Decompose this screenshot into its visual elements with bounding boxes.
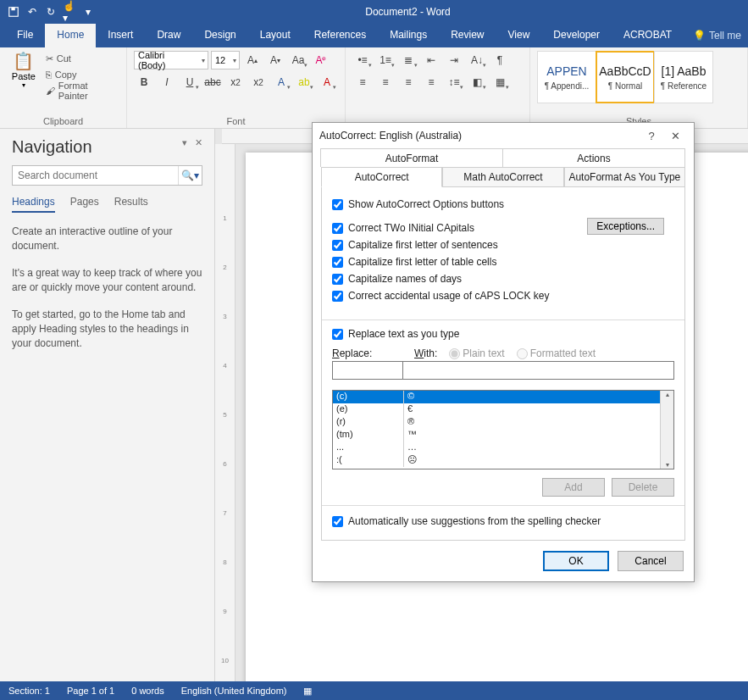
radio-plain-text: Plain text xyxy=(449,347,504,359)
tab-actions[interactable]: Actions xyxy=(502,148,685,167)
search-input[interactable] xyxy=(13,169,178,181)
chk-capslock[interactable]: Correct accidental usage of cAPS LOCK ke… xyxy=(332,287,674,304)
grow-font-icon[interactable]: A▴ xyxy=(242,51,263,69)
save-icon[interactable] xyxy=(7,5,20,19)
chk-days[interactable]: Capitalize names of days xyxy=(332,270,674,287)
nav-tab-pages[interactable]: Pages xyxy=(70,196,99,213)
tab-draw[interactable]: Draw xyxy=(145,24,192,47)
tab-references[interactable]: References xyxy=(302,24,378,47)
shrink-font-icon[interactable]: A▾ xyxy=(265,51,285,69)
numbering-icon[interactable]: 1≡ xyxy=(375,51,396,69)
navpane-dropdown-icon[interactable]: ▾ xyxy=(182,137,187,147)
borders-icon[interactable]: ▦ xyxy=(490,73,510,92)
search-icon[interactable]: 🔍▾ xyxy=(178,166,202,185)
clear-formatting-icon[interactable]: Aᵉ xyxy=(311,51,331,69)
justify-icon[interactable]: ≡ xyxy=(421,73,441,92)
tab-home[interactable]: Home xyxy=(45,24,96,47)
tab-autoformat-as-you-type[interactable]: AutoFormat As You Type xyxy=(564,167,685,187)
decrease-indent-icon[interactable]: ⇤ xyxy=(421,51,441,69)
align-center-icon[interactable]: ≡ xyxy=(375,73,396,92)
underline-icon[interactable]: U xyxy=(180,73,200,92)
align-left-icon[interactable]: ≡ xyxy=(352,73,373,92)
scroll-down-icon[interactable]: ▾ xyxy=(666,461,669,469)
paste-button[interactable]: 📋 Paste ▾ xyxy=(7,51,41,98)
superscript-icon[interactable]: x2 xyxy=(248,73,269,92)
touch-mode-icon[interactable]: ☝▾ xyxy=(63,5,76,19)
scroll-up-icon[interactable]: ▴ xyxy=(666,391,669,398)
line-spacing-icon[interactable]: ↕≡ xyxy=(444,73,464,92)
list-item[interactable]: (e)€ xyxy=(333,403,673,416)
navpane-close-icon[interactable]: ✕ xyxy=(195,137,202,147)
with-label: With: xyxy=(414,347,437,359)
show-marks-icon[interactable]: ¶ xyxy=(490,51,510,69)
undo-icon[interactable]: ↶ xyxy=(25,5,39,19)
style-appendix[interactable]: APPEN ¶ Appendi... xyxy=(537,51,596,103)
font-color-icon[interactable]: A xyxy=(317,73,337,92)
chk-auto-suggest[interactable]: Automatically use suggestions from the s… xyxy=(332,513,674,530)
list-item[interactable]: (r)® xyxy=(333,416,673,429)
align-right-icon[interactable]: ≡ xyxy=(398,73,418,92)
list-scrollbar[interactable]: ▴▾ xyxy=(660,391,673,469)
tab-review[interactable]: Review xyxy=(439,24,496,47)
qat-customize-icon[interactable]: ▾ xyxy=(81,5,95,19)
list-item[interactable]: :(☹ xyxy=(333,454,673,467)
tab-autocorrect[interactable]: AutoCorrect xyxy=(321,167,442,187)
tab-acrobat[interactable]: ACROBAT xyxy=(612,24,684,47)
nav-tab-results[interactable]: Results xyxy=(114,196,148,213)
list-item[interactable]: (tm)™ xyxy=(333,429,673,442)
nav-title: Navigation xyxy=(12,137,202,157)
redo-icon[interactable]: ↻ xyxy=(44,5,58,19)
shading-icon[interactable]: ◧ xyxy=(467,73,487,92)
macro-record-icon[interactable]: ▦ xyxy=(303,686,312,697)
tab-insert[interactable]: Insert xyxy=(96,24,145,47)
chk-first-sentence[interactable]: Capitalize first letter of sentences xyxy=(332,236,674,253)
bold-icon[interactable]: B xyxy=(134,73,154,92)
text-effects-icon[interactable]: A xyxy=(271,73,291,92)
dialog-close-icon[interactable]: ✕ xyxy=(663,130,687,142)
font-name-combo[interactable]: Calibri (Body) xyxy=(134,51,208,69)
status-page[interactable]: Page 1 of 1 xyxy=(67,686,114,696)
font-size-combo[interactable]: 12 xyxy=(211,51,240,69)
strikethrough-icon[interactable]: abc xyxy=(202,73,223,92)
status-words[interactable]: 0 words xyxy=(131,686,164,696)
replace-input[interactable] xyxy=(332,361,402,380)
dialog-help-icon[interactable]: ? xyxy=(640,130,663,142)
status-section[interactable]: Section: 1 xyxy=(8,686,50,696)
nav-search[interactable]: 🔍▾ xyxy=(12,165,202,186)
list-item[interactable]: ...… xyxy=(333,442,673,454)
tab-developer[interactable]: Developer xyxy=(541,24,612,47)
tab-autoformat[interactable]: AutoFormat xyxy=(320,148,503,167)
sort-icon[interactable]: A↓ xyxy=(467,51,487,69)
chk-replace-as-type[interactable]: Replace text as you type xyxy=(332,325,674,342)
dialog-tabs-row1: AutoCorrect Math AutoCorrect AutoFormat … xyxy=(321,167,685,187)
italic-icon[interactable]: I xyxy=(157,73,177,92)
style-reference[interactable]: [1] AaBb ¶ Reference xyxy=(654,51,713,103)
tab-file[interactable]: File xyxy=(5,24,45,47)
highlight-icon[interactable]: ab xyxy=(294,73,314,92)
tab-design[interactable]: Design xyxy=(192,24,247,47)
bullets-icon[interactable]: •≡ xyxy=(352,51,373,69)
tab-mailings[interactable]: Mailings xyxy=(378,24,439,47)
tell-me[interactable]: 💡Tell me xyxy=(693,24,748,47)
chk-first-table[interactable]: Capitalize first letter of table cells xyxy=(332,253,674,270)
tab-math-autocorrect[interactable]: Math AutoCorrect xyxy=(442,167,563,187)
multilevel-list-icon[interactable]: ≣ xyxy=(398,51,418,69)
change-case-icon[interactable]: Aa xyxy=(288,51,308,69)
with-input[interactable] xyxy=(402,361,674,380)
increase-indent-icon[interactable]: ⇥ xyxy=(444,51,464,69)
ruler-vertical[interactable]: 1 2 3 4 5 6 7 8 9 10 11 xyxy=(215,144,235,681)
replacement-list[interactable]: (c)© (e)€ (r)® (tm)™ ...… :(☹ ▴▾ xyxy=(332,390,674,469)
style-normal[interactable]: AaBbCcD ¶ Normal xyxy=(596,51,655,103)
exceptions-button[interactable]: Exceptions... xyxy=(587,218,664,235)
cancel-button[interactable]: Cancel xyxy=(618,551,684,571)
ok-button[interactable]: OK xyxy=(543,551,609,571)
list-item[interactable]: (c)© xyxy=(333,391,673,403)
chk-show-options[interactable]: Show AutoCorrect Options buttons xyxy=(332,196,674,213)
tab-view[interactable]: View xyxy=(496,24,542,47)
format-painter-button[interactable]: 🖌Format Painter xyxy=(46,83,119,98)
cut-button[interactable]: ✂Cut xyxy=(46,51,119,66)
status-language[interactable]: English (United Kingdom) xyxy=(181,686,287,696)
tab-layout[interactable]: Layout xyxy=(248,24,302,47)
subscript-icon[interactable]: x2 xyxy=(225,73,246,92)
nav-tab-headings[interactable]: Headings xyxy=(12,196,55,213)
